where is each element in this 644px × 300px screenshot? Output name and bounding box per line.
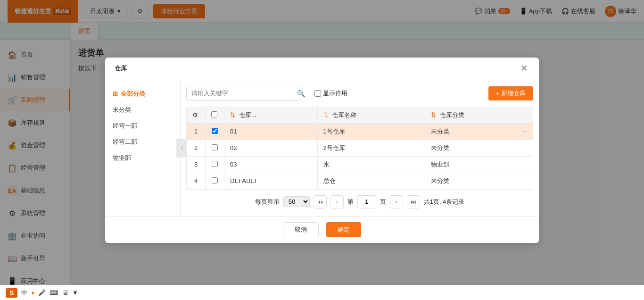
modal-close-button[interactable]: ✕ — [518, 63, 529, 74]
first-page-button[interactable]: ⏮ — [314, 195, 327, 208]
table-panel: 🔍 显示停用 + 新增仓库 ⚙ — [181, 80, 539, 216]
category-item-2[interactable]: 经营二部 — [105, 134, 180, 150]
table-row[interactable]: 1 01 1号仓库 未分类 ··· — [187, 123, 533, 140]
status-icon-dot: ♦ — [31, 289, 34, 296]
row-checkbox-cell — [206, 123, 224, 140]
row-action-dots[interactable]: ··· — [522, 127, 527, 134]
table-row[interactable]: 4 DEFAULT 总仓 未分类 — [187, 173, 533, 189]
row-code: DEFAULT — [224, 173, 318, 189]
search-input[interactable] — [186, 86, 299, 101]
status-icon-mic[interactable]: 🎤 — [38, 289, 46, 296]
modal-title: 仓库 — [115, 64, 127, 73]
category-collapse-button[interactable]: 《 — [176, 139, 186, 158]
category-panel: ⊞ 全部分类 未分类 经营一部 经营二部 物业部 《 — [105, 80, 181, 216]
status-icon-monitor[interactable]: 🖥 — [62, 289, 68, 296]
row-checkbox-cell — [206, 156, 224, 173]
page-size-label: 每页显示 — [255, 198, 280, 206]
page-size-select[interactable]: 50 100 — [283, 196, 310, 207]
status-icon-zh[interactable]: 中 — [21, 289, 27, 297]
show-disabled-label: 显示停用 — [314, 89, 347, 98]
table-row[interactable]: 3 03 水 物业部 — [187, 156, 533, 173]
show-disabled-text: 显示停用 — [323, 89, 347, 98]
row-checkbox-cell — [206, 173, 224, 189]
page-label: 第 — [347, 198, 354, 206]
col-code-header: ⇅ 仓库... — [224, 107, 318, 123]
row-settings: 4 — [187, 173, 206, 189]
search-icon: 🔍 — [297, 90, 305, 97]
page-input[interactable] — [357, 195, 376, 208]
select-all-checkbox[interactable] — [211, 111, 217, 117]
row-checkbox[interactable] — [212, 161, 218, 167]
category-item-3[interactable]: 物业部 — [105, 150, 180, 166]
last-page-button[interactable]: ⏭ — [407, 195, 420, 208]
col-name-header: ⇅ 仓库名称 — [317, 107, 425, 123]
warehouse-modal: 仓库 ✕ ⊞ 全部分类 未分类 经营一部 经营二部 — [105, 58, 539, 243]
row-name: 2号仓库 — [317, 140, 425, 156]
modal-footer: 取消 确定 — [105, 216, 539, 243]
status-logo: S — [6, 288, 17, 298]
col-category-header: ⇅ 仓库分类 — [425, 107, 533, 123]
sort-icon: ⇅ — [431, 111, 436, 118]
show-disabled-checkbox[interactable] — [314, 90, 321, 97]
pagination: 每页显示 50 100 ⏮ ‹ 第 页 › ⏭ 共1页, 4条记录 — [186, 190, 533, 210]
category-all[interactable]: ⊞ 全部分类 — [105, 86, 180, 102]
table-toolbar: 🔍 显示停用 + 新增仓库 — [186, 86, 533, 101]
col-settings: ⚙ — [187, 107, 206, 123]
cancel-button[interactable]: 取消 — [283, 222, 319, 237]
status-icon-arrow[interactable]: ▼ — [72, 289, 78, 296]
row-name: 1号仓库 — [317, 123, 425, 140]
status-icon-keyboard[interactable]: ⌨ — [50, 289, 58, 296]
row-checkbox-cell — [206, 140, 224, 156]
settings-col-icon: ⚙ — [192, 111, 198, 118]
category-item-0[interactable]: 未分类 — [105, 102, 180, 118]
row-settings: 2 — [187, 140, 206, 156]
page-unit: 页 — [380, 198, 386, 206]
category-all-label: 全部分类 — [121, 90, 145, 98]
row-category: 物业部 — [425, 156, 533, 173]
row-category: 未分类 ··· — [425, 123, 533, 140]
row-name: 水 — [317, 156, 425, 173]
row-category: 未分类 — [425, 140, 533, 156]
row-checkbox[interactable] — [212, 128, 218, 134]
sort-icon: ⇅ — [323, 111, 329, 118]
total-info: 共1页, 4条记录 — [424, 198, 465, 206]
row-settings: 1 — [187, 123, 206, 140]
modal-body: ⊞ 全部分类 未分类 经营一部 经营二部 物业部 《 — [105, 80, 539, 216]
row-settings: 3 — [187, 156, 206, 173]
prev-page-button[interactable]: ‹ — [330, 195, 344, 208]
next-page-button[interactable]: › — [390, 195, 403, 208]
table-row[interactable]: 2 02 2号仓库 未分类 — [187, 140, 533, 156]
search-wrap: 🔍 — [186, 86, 309, 101]
category-item-1[interactable]: 经营一部 — [105, 118, 180, 134]
row-code: 02 — [224, 140, 318, 156]
modal-header: 仓库 ✕ — [105, 58, 539, 80]
status-bar: S 中 ♦ 🎤 ⌨ 🖥 ▼ — [0, 285, 644, 300]
sort-icon: ⇅ — [230, 111, 235, 118]
grid-icon: ⊞ — [113, 90, 118, 97]
confirm-button[interactable]: 确定 — [326, 222, 361, 237]
row-category: 未分类 — [425, 173, 533, 189]
row-code: 03 — [224, 156, 318, 173]
row-code: 01 — [224, 123, 318, 140]
warehouse-table: ⚙ ⇅ 仓库... ⇅ 仓库名称 — [186, 107, 533, 190]
col-check — [206, 107, 224, 123]
modal-backdrop: 仓库 ✕ ⊞ 全部分类 未分类 经营一部 经营二部 — [0, 0, 644, 300]
add-warehouse-button[interactable]: + 新增仓库 — [488, 86, 533, 100]
row-name: 总仓 — [317, 173, 425, 189]
row-checkbox[interactable] — [212, 144, 218, 150]
row-checkbox[interactable] — [212, 177, 218, 183]
